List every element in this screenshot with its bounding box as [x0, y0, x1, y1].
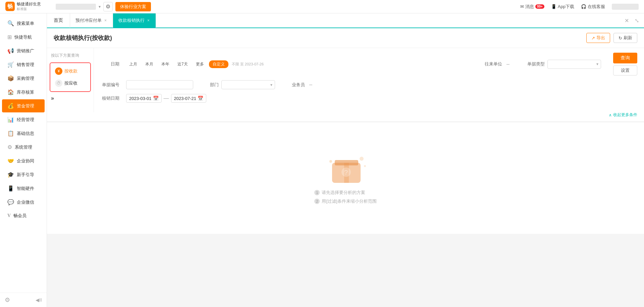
app-icon: 📱	[551, 4, 556, 9]
user-area[interactable]	[612, 4, 639, 10]
tab-home[interactable]: 首页	[47, 13, 70, 28]
tab-verify[interactable]: 收款核销执行 ×	[113, 13, 156, 28]
sidebar-label-collab: 企业协同	[17, 158, 34, 164]
filter-sidebar-body: ¥ 按收款 ⏱ 按应收	[50, 62, 91, 92]
sidebar-item-sales[interactable]: 🛒 销售管理	[2, 58, 45, 71]
collapse-more-row: ∧ 收起更多条件	[47, 112, 644, 121]
sidebar-item-inventory[interactable]: 🏠 库存核算	[2, 86, 45, 99]
message-badge: 99+	[535, 4, 544, 9]
filter-row-2: 单据编号 部门 业务员 ···	[101, 80, 637, 89]
basic-icon: 📋	[7, 130, 14, 137]
gear-button[interactable]: ⚙	[103, 2, 113, 11]
date-btn-last-month[interactable]: 上月	[126, 60, 140, 68]
page-title: 收款核销执行(按收款)	[54, 34, 112, 47]
sidebar-item-vip[interactable]: V 畅会员	[2, 209, 45, 222]
chevron-down-icon[interactable]: ▾	[99, 4, 101, 9]
empty-num-1: 1	[314, 190, 320, 195]
sidebar-item-finance[interactable]: 💰 资金管理	[2, 99, 45, 112]
app-download-button[interactable]: 📱 App下载	[551, 4, 574, 10]
sidebar-item-search[interactable]: 🔍 搜索菜单	[2, 17, 45, 30]
sidebar-menu: 🔍 搜索菜单 ⊞ 快捷导航 📢 营销推广 🛒 销售管理 📦 采购管理 🏠	[0, 13, 47, 293]
refresh-button[interactable]: ↻ 刷新	[613, 33, 637, 43]
svg-point-5	[329, 160, 332, 163]
query-button[interactable]: 查询	[613, 53, 637, 63]
sidebar-item-collab[interactable]: 🤝 企业协同	[2, 154, 45, 167]
topbar-title-area: ▾ ⚙ 休验行业方案	[52, 2, 520, 11]
sidebar-label-basic: 基础信息	[17, 131, 34, 137]
page-content: 收款核销执行(按收款) ↗ 导出 ↻ 刷新 按以下方案查询	[47, 28, 644, 307]
marketing-icon: 📢	[7, 48, 14, 54]
sidebar-label-purchase: 采购管理	[17, 75, 34, 82]
filter-sidebar-title: 按以下方案查询	[47, 51, 94, 61]
date-btn-more[interactable]: 更多	[193, 60, 207, 68]
settings-bottom-icon[interactable]: ⚙	[5, 296, 10, 304]
sidebar-item-hardware[interactable]: 📱 智能硬件	[2, 182, 45, 195]
calendar-start-icon: 📅	[153, 96, 159, 101]
collab-icon: 🤝	[7, 158, 14, 164]
message-button[interactable]: ✉ 消息 99+	[520, 4, 544, 10]
verify-date-end-input[interactable]: 2023-07-21 📅	[171, 94, 207, 103]
sidebar-label-vip: 畅会员	[13, 213, 26, 219]
sidebar-item-guide[interactable]: 🎓 新手引导	[2, 168, 45, 181]
doc-type-label: 单据类型	[527, 61, 545, 67]
sidebar-label-sales: 销售管理	[17, 62, 34, 68]
holiday-button[interactable]: 休验行业方案	[115, 2, 151, 11]
sidebar-item-business[interactable]: 📊 经营管理	[2, 113, 45, 126]
dept-select[interactable]	[221, 80, 275, 89]
expand-window-icon[interactable]: ⤡	[632, 16, 641, 25]
layout: 🔍 搜索菜单 ⊞ 快捷导航 📢 营销推广 🛒 销售管理 📦 采购管理 🏠	[0, 13, 644, 307]
date-btn-7days[interactable]: 近7天	[174, 60, 191, 68]
date-btn-this-month[interactable]: 本月	[142, 60, 156, 68]
filter-row-1: 日期 上月 本月 本年 近7天 更多 自定义 不限 至 2023-07-26	[101, 53, 637, 75]
empty-hint-2: 2 用[过滤]条件来缩小分析范围	[314, 198, 376, 204]
logo-icon: 畅	[5, 2, 15, 11]
sales-icon: 🛒	[7, 61, 14, 68]
sidebar-item-basic[interactable]: 📋 基础信息	[2, 127, 45, 140]
filter-sidebar: 按以下方案查询 ¥ 按收款 ⏱ 按应收 »	[47, 48, 94, 112]
filter-main: 日期 上月 本月 本年 近7天 更多 自定义 不限 至 2023-07-26	[94, 48, 644, 112]
counterpart-label: 往来单位	[485, 61, 502, 67]
date-btn-this-year[interactable]: 本年	[158, 60, 172, 68]
settings-button[interactable]: 设置	[613, 65, 637, 75]
doc-type-select[interactable]	[547, 60, 601, 69]
tab-prepay-close[interactable]: ×	[104, 17, 107, 23]
sidebar-item-quicknav[interactable]: ⊞ 快捷导航	[2, 31, 45, 44]
counterpart-more-icon[interactable]: ···	[505, 61, 511, 68]
sidebar-item-system[interactable]: ⚙ 系统管理	[2, 141, 45, 154]
sidebar-item-wechat[interactable]: 💬 企业微信	[2, 196, 45, 209]
inventory-icon: 🏠	[7, 89, 14, 95]
doc-no-input[interactable]	[126, 80, 193, 89]
tab-verify-close[interactable]: ×	[147, 17, 150, 23]
tab-actions: ✕ ⤡	[622, 16, 644, 25]
filter-collapse-button[interactable]: »	[47, 93, 94, 101]
topbar-right: ✉ 消息 99+ 📱 App下载 🎧 在线客服	[520, 4, 639, 10]
tab-prepay[interactable]: 预付冲应付单 ×	[70, 13, 113, 28]
close-window-icon[interactable]: ✕	[622, 16, 631, 25]
sidebar-label-system: 系统管理	[15, 144, 32, 150]
filter-area: 按以下方案查询 ¥ 按收款 ⏱ 按应收 »	[47, 48, 644, 112]
hardware-icon: 📱	[7, 185, 14, 192]
online-service-button[interactable]: 🎧 在线客服	[581, 4, 605, 10]
verify-date-range: 2023-03-01 📅 — 2023-07-21 📅	[126, 94, 206, 103]
sidebar-label-search: 搜索菜单	[17, 20, 34, 27]
dept-select-wrap	[221, 80, 275, 89]
export-button[interactable]: ↗ 导出	[586, 33, 610, 43]
collapse-sidebar-icon[interactable]: ◀II	[36, 297, 42, 303]
sidebar-label-marketing: 营销推广	[17, 48, 34, 54]
sidebar-label-hardware: 智能硬件	[17, 186, 34, 192]
collapse-more-button[interactable]: ∧ 收起更多条件	[609, 112, 637, 118]
filter-option-by-receivable[interactable]: ⏱ 按应收	[52, 77, 89, 89]
sidebar-item-marketing[interactable]: 📢 营销推广	[2, 44, 45, 57]
empty-svg: ?	[325, 149, 369, 186]
sidebar-item-purchase[interactable]: 📦 采购管理	[2, 72, 45, 85]
date-btn-custom[interactable]: 自定义	[209, 60, 228, 68]
verify-date-start-input[interactable]: 2023-03-01 📅	[126, 94, 162, 103]
sidebar-label-wechat: 企业微信	[17, 199, 34, 205]
sidebar-label-finance: 资金管理	[17, 103, 34, 109]
filter-option-by-receipt[interactable]: ¥ 按收款	[52, 65, 89, 77]
topbar-blurred	[56, 4, 96, 10]
date-no-limit: 不限	[232, 62, 239, 66]
sidebar-bottom: ⚙ ◀II	[0, 293, 47, 307]
staff-more-icon[interactable]: ···	[308, 81, 313, 88]
dept-label: 部门	[210, 82, 219, 88]
